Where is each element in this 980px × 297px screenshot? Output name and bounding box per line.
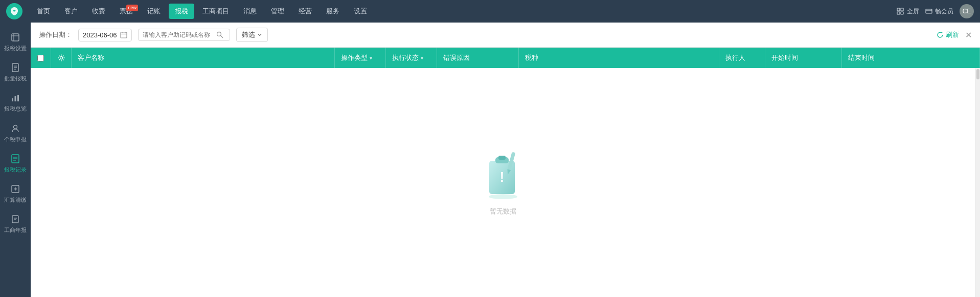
sidebar-label-annual-settlement: 汇算清缴: [4, 197, 27, 203]
nav-items: 首页 客户 收费 票据 new 记账 报税 工商项目 消息 管理 经营 服务 设…: [31, 4, 897, 19]
nav-billing[interactable]: 收费: [86, 4, 111, 19]
refresh-button[interactable]: 刷新: [937, 30, 959, 39]
sidebar-item-annual-report[interactable]: 工商年报: [0, 208, 31, 239]
toolbar-right: 刷新 ✕: [937, 30, 972, 40]
sidebar-label-tax-record: 报税记录: [4, 166, 27, 173]
sidebar-item-tax-record[interactable]: 报税记录: [0, 148, 31, 178]
svg-rect-14: [15, 96, 16, 101]
content-area: 操作日期： 2023-06-06 筛选: [31, 23, 980, 297]
sort-icon-exec-status: ▾: [421, 55, 423, 61]
sidebar-label-tax-settings: 报税设置: [4, 45, 27, 52]
annual-settlement-icon: [10, 183, 21, 195]
scrollbar[interactable]: [975, 68, 980, 297]
top-nav: 首页 客户 收费 票据 new 记账 报税 工商项目 消息 管理 经营 服务 设…: [0, 0, 980, 23]
search-input[interactable]: [143, 31, 214, 38]
nav-bookkeeping[interactable]: 记账: [141, 4, 167, 19]
nav-customer[interactable]: 客户: [58, 4, 84, 19]
svg-rect-24: [12, 216, 18, 223]
tax-record-icon: [10, 153, 21, 164]
svg-point-33: [60, 57, 62, 59]
search-box[interactable]: [138, 29, 230, 41]
user-avatar[interactable]: CE: [960, 4, 974, 18]
sidebar-label-batch-tax: 批量报税: [4, 75, 27, 82]
member-btn[interactable]: 畅会员: [925, 7, 953, 16]
main-layout: 报税设置 批量报税 报税总览: [0, 23, 980, 297]
svg-rect-2: [897, 12, 900, 14]
toolbar: 操作日期： 2023-06-06 筛选: [31, 23, 980, 48]
svg-rect-6: [12, 34, 19, 41]
table-header: 客户名称 操作类型 ▾ 执行状态 ▾ 错误原因 税种 执行人: [31, 48, 980, 68]
svg-rect-15: [17, 95, 19, 101]
annual-report-icon: [10, 214, 21, 225]
th-checkbox[interactable]: [31, 48, 51, 68]
nav-service[interactable]: 服务: [320, 4, 346, 19]
nav-tax[interactable]: 报税: [169, 4, 194, 19]
batch-tax-icon: [10, 62, 21, 73]
select-all-checkbox[interactable]: [37, 55, 44, 61]
empty-illustration: !: [480, 150, 526, 201]
nav-operation[interactable]: 经营: [292, 4, 318, 19]
sidebar-item-personal-tax[interactable]: 个税申报: [0, 118, 31, 148]
svg-rect-3: [901, 12, 903, 14]
sidebar-item-tax-overview[interactable]: 报税总览: [0, 87, 31, 117]
empty-state: !: [31, 68, 975, 297]
sidebar: 报税设置 批量报税 报税总览: [0, 23, 31, 297]
scroll-thumb[interactable]: [976, 69, 979, 79]
th-op-type[interactable]: 操作类型 ▾: [335, 48, 386, 68]
app-logo: [6, 3, 22, 19]
date-value: 2023-06-06: [83, 31, 117, 39]
sort-icon-op-type: ▾: [370, 55, 372, 61]
sidebar-label-annual-report: 工商年报: [4, 227, 27, 234]
sidebar-item-annual-settlement[interactable]: 汇算清缴: [0, 178, 31, 208]
search-icon: [216, 31, 223, 38]
nav-invoice[interactable]: 票据 new: [113, 4, 139, 19]
nav-manage[interactable]: 管理: [265, 4, 290, 19]
refresh-icon: [937, 31, 944, 38]
table-wrapper: 客户名称 操作类型 ▾ 执行状态 ▾ 错误原因 税种 执行人: [31, 48, 980, 297]
fullscreen-btn[interactable]: 全屏: [897, 7, 919, 16]
svg-point-34: [489, 194, 517, 199]
svg-text:!: !: [499, 169, 504, 185]
th-executor: 执行人: [719, 48, 765, 68]
th-error-reason: 错误原因: [437, 48, 519, 68]
table-area: !: [31, 68, 980, 297]
date-picker[interactable]: 2023-06-06: [78, 29, 132, 41]
svg-point-31: [217, 32, 221, 36]
th-customer-name: 客户名称: [72, 48, 335, 68]
th-tax-type: 税种: [519, 48, 719, 68]
th-end-time: 结束时间: [842, 48, 980, 68]
chevron-down-icon: [257, 32, 262, 37]
th-exec-status[interactable]: 执行状态 ▾: [386, 48, 437, 68]
svg-rect-1: [901, 8, 903, 11]
svg-rect-13: [12, 98, 13, 101]
tax-settings-icon: [10, 32, 21, 43]
nav-settings[interactable]: 设置: [348, 4, 373, 19]
th-start-time: 开始时间: [765, 48, 842, 68]
svg-rect-4: [926, 9, 932, 13]
nav-right: 全屏 畅会员 CE: [897, 4, 974, 18]
sidebar-item-batch-tax[interactable]: 批量报税: [0, 57, 31, 87]
svg-rect-27: [121, 32, 127, 38]
svg-point-16: [14, 125, 17, 129]
nav-industry[interactable]: 工商项目: [196, 4, 235, 19]
calendar-icon: [120, 31, 127, 38]
filter-button[interactable]: 筛选: [236, 28, 268, 42]
personal-tax-icon: [10, 123, 21, 134]
sidebar-item-tax-settings[interactable]: 报税设置: [0, 27, 31, 57]
sidebar-label-personal-tax: 个税申报: [4, 136, 27, 143]
nav-message[interactable]: 消息: [237, 4, 263, 19]
new-badge: new: [126, 5, 138, 11]
svg-line-32: [220, 36, 223, 38]
th-gear[interactable]: [51, 48, 72, 68]
svg-rect-0: [897, 8, 900, 11]
nav-home[interactable]: 首页: [31, 4, 56, 19]
tax-overview-icon: [10, 92, 21, 103]
empty-svg: !: [480, 150, 526, 201]
sidebar-label-tax-overview: 报税总览: [4, 105, 27, 112]
settings-icon: [57, 54, 65, 62]
empty-text: 暂无数据: [490, 207, 516, 216]
date-label: 操作日期：: [39, 30, 72, 39]
table-content: !: [31, 68, 975, 297]
svg-rect-37: [498, 156, 506, 160]
close-button[interactable]: ✕: [965, 30, 972, 40]
